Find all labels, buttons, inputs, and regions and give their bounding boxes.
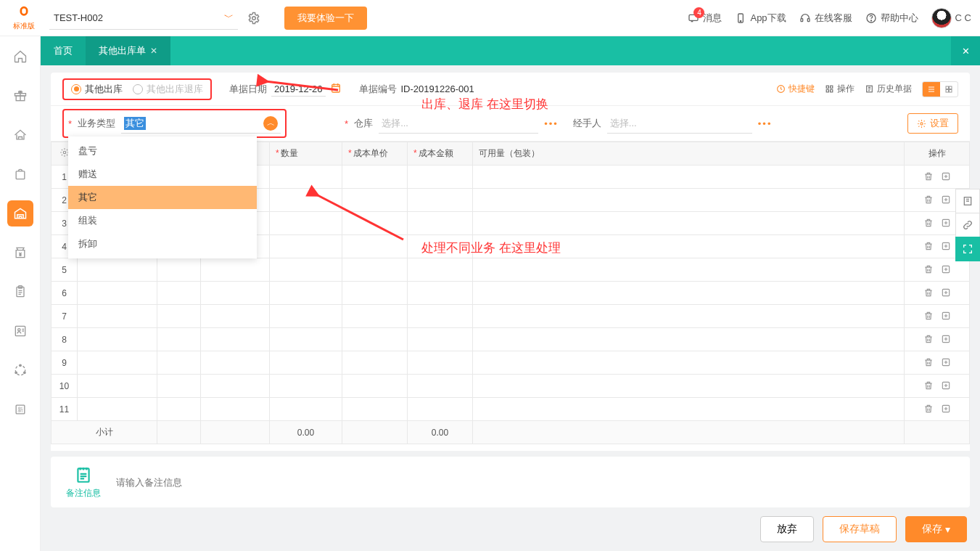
row-delete-icon[interactable] <box>922 216 935 229</box>
row-delete-icon[interactable] <box>922 379 935 392</box>
try-experience-button[interactable]: 我要体验一下 <box>284 7 367 30</box>
settings-icon[interactable] <box>245 9 263 27</box>
table-row[interactable]: 7 <box>52 305 970 328</box>
option-zengsong[interactable]: 赠送 <box>68 163 257 186</box>
row-add-icon[interactable] <box>939 332 952 346</box>
table-row[interactable]: 9 <box>52 351 970 375</box>
org-selector[interactable]: TEST-H002 ﹀ <box>49 7 238 30</box>
user-menu[interactable]: C C <box>931 8 971 28</box>
messages-link[interactable]: 消息 4 <box>688 12 722 25</box>
calendar-icon[interactable] <box>330 82 342 96</box>
float-link[interactable] <box>955 213 980 237</box>
row-add-icon[interactable] <box>939 263 952 276</box>
rail-cycle[interactable] <box>7 357 33 383</box>
row-add-icon[interactable] <box>939 309 952 322</box>
chevron-up-icon: ︿ <box>263 116 278 131</box>
row-delete-icon[interactable] <box>922 193 935 206</box>
svg-point-17 <box>15 372 17 374</box>
rail-bag[interactable] <box>7 161 33 187</box>
app-download-link[interactable]: App下载 <box>735 12 786 25</box>
settings-button[interactable]: 设置 <box>907 113 958 134</box>
online-service-link[interactable]: 在线客服 <box>799 12 852 25</box>
row-add-icon[interactable] <box>939 379 952 392</box>
rail-clipboard[interactable] <box>7 279 33 305</box>
handler-more-icon[interactable]: ••• <box>758 118 773 129</box>
row-add-icon[interactable] <box>939 193 952 206</box>
row-delete-icon[interactable] <box>922 402 935 415</box>
discard-button[interactable]: 放弃 <box>760 516 814 542</box>
out-type-radio-group: 其他出库 其他出库退库 <box>62 78 212 100</box>
row-add-icon[interactable] <box>939 216 952 229</box>
row-delete-icon[interactable] <box>922 332 935 346</box>
doc-header: 其他出库 其他出库退库 单据日期 2019-12-26 单据编号 ID-2019… <box>51 73 970 106</box>
row-delete-icon[interactable] <box>922 286 935 299</box>
rail-contact[interactable] <box>7 318 33 344</box>
top-bar: 标准版 TEST-H002 ﹀ 我要体验一下 消息 4 App下载 在线客服 帮… <box>0 0 980 36</box>
option-chaixie[interactable]: 拆卸 <box>68 232 257 256</box>
svg-rect-10 <box>16 171 25 179</box>
option-qita[interactable]: 其它 <box>68 186 257 209</box>
chevron-down-icon: ▾ <box>945 523 950 535</box>
date-value[interactable]: 2019-12-26 <box>271 82 326 97</box>
svg-point-16 <box>19 364 21 367</box>
option-pankui[interactable]: 盘亏 <box>68 139 257 163</box>
handler-select[interactable]: 选择... <box>607 113 752 134</box>
svg-point-0 <box>252 16 256 20</box>
shortcut-link[interactable]: 快捷键 <box>776 83 815 95</box>
tabs-close-all[interactable]: ✕ <box>951 36 980 65</box>
row-delete-icon[interactable] <box>922 263 935 276</box>
floating-toolbar <box>955 189 980 261</box>
warehouse-more-icon[interactable]: ••• <box>544 118 559 129</box>
help-center-link[interactable]: 帮助中心 <box>865 12 918 25</box>
history-link[interactable]: 历史单据 <box>865 83 912 95</box>
view-toggle <box>922 81 958 97</box>
rail-home[interactable] <box>7 44 33 70</box>
rail-cloud-home[interactable] <box>7 122 33 148</box>
col-avail: 可用量（包装） <box>473 142 905 166</box>
row-add-icon[interactable] <box>939 402 952 415</box>
close-icon[interactable]: ✕ <box>150 46 157 56</box>
row-delete-icon[interactable] <box>922 170 935 183</box>
tab-home[interactable]: 首页 <box>41 36 86 65</box>
tab-other-out[interactable]: 其他出库单 ✕ <box>86 36 170 65</box>
view-list[interactable] <box>923 82 940 97</box>
rail-money[interactable] <box>7 240 33 266</box>
rail-warehouse[interactable] <box>7 200 33 226</box>
row-delete-icon[interactable] <box>922 309 935 322</box>
row-add-icon[interactable] <box>939 356 952 369</box>
float-note[interactable] <box>955 189 980 213</box>
header-actions: 快捷键 操作 历史单据 <box>776 81 958 97</box>
warehouse-select[interactable]: 选择... <box>379 113 538 134</box>
logo: 标准版 <box>9 5 39 31</box>
col-operate: 操作 <box>905 142 970 166</box>
radio-other-out[interactable]: 其他出库 <box>71 83 123 96</box>
business-type-dropdown: 盘亏 赠送 其它 组装 拆卸 <box>68 136 257 258</box>
float-expand[interactable] <box>955 237 980 261</box>
operate-link[interactable]: 操作 <box>825 83 855 95</box>
business-type-select[interactable]: 其它 ︿ <box>121 113 281 134</box>
row-add-icon[interactable] <box>939 240 952 253</box>
option-zuzhuang[interactable]: 组装 <box>68 209 257 232</box>
table-row[interactable]: 6 <box>52 282 970 305</box>
row-delete-icon[interactable] <box>922 356 935 369</box>
save-button[interactable]: 保存▾ <box>905 516 967 542</box>
row-add-icon[interactable] <box>939 286 952 299</box>
col-price: *成本单价 <box>342 142 408 166</box>
doc-date: 单据日期 2019-12-26 <box>229 82 342 97</box>
row-delete-icon[interactable] <box>922 240 935 253</box>
rail-gift[interactable] <box>7 83 33 109</box>
svg-text:新: 新 <box>17 407 23 413</box>
remark-input[interactable] <box>116 471 955 493</box>
table-row[interactable]: 10 <box>52 375 970 398</box>
handler-group: 经手人 选择... ••• <box>573 113 773 134</box>
table-row[interactable]: 11 <box>52 398 970 421</box>
save-draft-button[interactable]: 保存草稿 <box>823 516 897 542</box>
headset-icon <box>799 12 811 24</box>
row-add-icon[interactable] <box>939 170 952 183</box>
radio-other-out-return[interactable]: 其他出库退库 <box>133 83 203 96</box>
table-row[interactable]: 5 <box>52 258 970 282</box>
table-row[interactable]: 8 <box>52 328 970 351</box>
view-card[interactable] <box>940 82 958 97</box>
rail-new[interactable]: 新 <box>7 396 33 423</box>
svg-rect-30 <box>946 86 949 89</box>
